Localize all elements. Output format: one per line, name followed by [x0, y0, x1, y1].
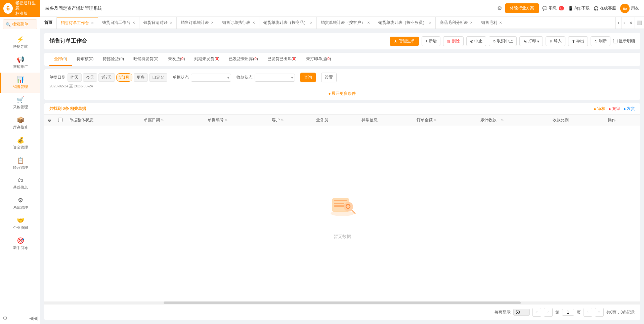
export-btn[interactable]: ⬆ 导出 — [568, 36, 588, 46]
tab-close-summary-product[interactable]: ✕ — [310, 21, 312, 25]
th-settings[interactable]: ⚙ — [44, 115, 55, 126]
tab-cash-daily[interactable]: 钱货日清工作台 ✕ — [98, 17, 139, 29]
tab-close-gross-margin[interactable]: ✕ — [470, 21, 473, 25]
tab-sales-more[interactable]: 销售毛利 ✕ — [477, 17, 506, 29]
page-first-btn[interactable]: « — [532, 308, 541, 317]
sidebar-item-sales[interactable]: 📊 销售管理 — [0, 73, 40, 93]
collapse-btn[interactable]: ◀◀ — [29, 315, 37, 321]
refresh-btn[interactable]: ↻ 刷新 — [591, 36, 610, 46]
sub-tab-shipped-not-stored[interactable]: 已发货未出库(0) — [224, 53, 263, 66]
th-number[interactable]: 单据编号⇅ — [204, 115, 268, 126]
sub-tab-wangpu-pending[interactable]: 旺铺待发货(0) — [129, 53, 163, 66]
online-service-btn[interactable]: 🎧 在线客服 — [594, 5, 616, 11]
industry-btn[interactable]: 体验行业方案 — [505, 3, 539, 13]
th-customer[interactable]: 客户⇅ — [268, 115, 313, 126]
add-btn[interactable]: + 新增 — [422, 36, 440, 46]
th-checkbox[interactable] — [55, 115, 66, 126]
page-last-btn[interactable]: » — [595, 308, 604, 317]
tab-sales-summary-product[interactable]: 销货单统计表（按商品） ✕ — [259, 17, 317, 29]
tab-sales-workbench[interactable]: 销售订单工作台 ✕ — [57, 17, 98, 29]
cancel-stop-btn[interactable]: ↺ 取消中止 — [489, 36, 517, 46]
tab-close-cash-account[interactable]: ✕ — [170, 21, 172, 25]
filter-payment-item: 收款状态 ▾ — [237, 74, 295, 82]
sub-tab-pending-review[interactable]: 待审核(0) — [72, 53, 98, 66]
tab-sales-exec[interactable]: 销售订单执行表 ✕ — [218, 17, 259, 29]
import-btn[interactable]: ⬇ 导入 — [546, 36, 565, 46]
review-action-btn[interactable]: ● 审核 — [594, 106, 605, 112]
system-icon: ⚙ — [18, 197, 23, 204]
settings-filter-btn[interactable]: 设置 — [321, 73, 337, 82]
tab-sales-stats[interactable]: 销售订单统计表 ✕ — [177, 17, 218, 29]
select-all-checkbox[interactable] — [58, 118, 62, 122]
show-details-checkbox[interactable] — [613, 39, 617, 43]
tab-close-summary-customer[interactable]: ✕ — [367, 21, 370, 25]
date-btn-more[interactable]: 更多 — [134, 73, 148, 82]
user-menu[interactable]: Ea 用友 — [620, 4, 639, 13]
sub-tab-pending-inspect[interactable]: 待拣验货(0) — [98, 53, 129, 66]
tab-close-sales-stats[interactable]: ✕ — [211, 21, 214, 25]
tab-home[interactable]: 首页 — [40, 17, 57, 29]
tab-gross-margin[interactable]: 商品毛利分析表 ✕ — [436, 17, 477, 29]
per-page-select[interactable]: 50 100 200 — [513, 309, 530, 316]
sub-tab-overdue-not-shipped[interactable]: 到期未发货(0) — [189, 53, 224, 66]
print-btn[interactable]: 🖨 打印 ▾ — [519, 36, 543, 46]
scrollbar-thumb[interactable] — [164, 301, 521, 304]
tab-cash-account[interactable]: 钱货日清对账 ✕ — [139, 17, 177, 29]
query-btn[interactable]: 查询 — [300, 73, 316, 82]
tabs-nav-next[interactable]: › — [621, 17, 627, 29]
show-details-label[interactable]: 显示明细 — [613, 38, 635, 44]
date-btn-yesterday[interactable]: 昨天 — [68, 73, 82, 82]
message-btn[interactable]: 💬 消息 6 — [542, 5, 564, 11]
th-received[interactable]: 累计收款...⇅ — [477, 115, 549, 126]
settings-btn[interactable]: ⚙ — [3, 315, 7, 321]
date-btn-today[interactable]: 今天 — [83, 73, 97, 82]
tabs-close-all[interactable]: ✕ — [627, 17, 635, 29]
sidebar-item-system[interactable]: ⚙ 系统管理 — [0, 193, 40, 213]
tab-close-sales-more[interactable]: ✕ — [499, 21, 502, 25]
sidebar-item-basic-info[interactable]: 🗂 基础信息 — [0, 173, 40, 193]
cancel-review-action-btn[interactable]: ● 充审 — [609, 106, 620, 112]
sub-tab-all[interactable]: 全部(0) — [49, 53, 72, 66]
status-select[interactable] — [191, 74, 231, 82]
payment-select[interactable] — [255, 74, 295, 82]
tabs-maximize[interactable]: ⬜ — [635, 17, 644, 29]
th-date[interactable]: 单据日期⇅ — [140, 115, 204, 126]
page-input[interactable] — [562, 309, 574, 316]
tab-close-summary-staff[interactable]: ✕ — [429, 21, 431, 25]
tab-close-cash-daily[interactable]: ✕ — [132, 21, 135, 25]
date-btn-1month[interactable]: 近1月 — [116, 73, 133, 82]
sidebar-item-newbie[interactable]: 🎯 新手引导 — [0, 234, 40, 254]
tabs-nav-prev[interactable]: ‹ — [615, 17, 621, 29]
sidebar-item-quick-nav[interactable]: ⚡ 快捷导航 — [0, 32, 40, 52]
sidebar-item-enterprise[interactable]: 🤝 企业协同 — [0, 213, 40, 234]
date-btn-7days[interactable]: 近7天 — [98, 73, 115, 82]
sidebar-item-finance[interactable]: 💰 资金管理 — [0, 133, 40, 153]
smart-create-btn[interactable]: ★ 智能生单 — [390, 37, 419, 46]
sub-tab-not-printed[interactable]: 未打印单据(0) — [301, 53, 336, 66]
ship-action-btn[interactable]: ● 发货 — [624, 106, 635, 112]
sub-tab-not-shipped[interactable]: 未发货(0) — [163, 53, 190, 66]
expand-conditions-btn[interactable]: ▾ 展开更多条件 — [329, 91, 356, 96]
tab-close-sales-workbench[interactable]: ✕ — [91, 21, 94, 25]
sidebar-item-marketing[interactable]: 📢 营销推广 — [0, 52, 40, 73]
system-settings-icon[interactable]: ⚙ — [497, 5, 502, 11]
search-menu-button[interactable]: 🔍 搜索菜单 — [3, 19, 37, 29]
svg-rect-2 — [334, 200, 347, 201]
tab-sales-summary-staff[interactable]: 销货单统计表（按业务员） ✕ — [374, 17, 436, 29]
sidebar-item-operation[interactable]: 📋 经营管理 — [0, 153, 40, 173]
app-download-btn[interactable]: 📱 App下载 — [568, 5, 590, 11]
sub-tab-shipped-stored[interactable]: 已发货已出库(0) — [263, 53, 301, 66]
tab-sales-summary-customer[interactable]: 销货单统计表（按客户） ✕ — [317, 17, 374, 29]
sidebar-item-inventory[interactable]: 📦 库存核算 — [0, 113, 40, 133]
date-btn-custom[interactable]: 自定义 — [149, 73, 167, 82]
marketing-label: 营销推广 — [13, 64, 28, 69]
sales-icon: 📊 — [17, 76, 24, 83]
tab-close-sales-exec[interactable]: ✕ — [252, 21, 255, 25]
page-next-btn[interactable]: › — [584, 308, 592, 317]
sidebar-item-purchase[interactable]: 🛒 采购管理 — [0, 93, 40, 113]
th-amount[interactable]: 订单金额⇅ — [413, 115, 477, 126]
page-prev-btn[interactable]: ‹ — [544, 308, 553, 317]
stop-btn[interactable]: ⊘ 中止 — [466, 36, 486, 46]
delete-btn[interactable]: 🗑 删除 — [443, 36, 464, 46]
scrollbar-area[interactable] — [44, 301, 640, 304]
